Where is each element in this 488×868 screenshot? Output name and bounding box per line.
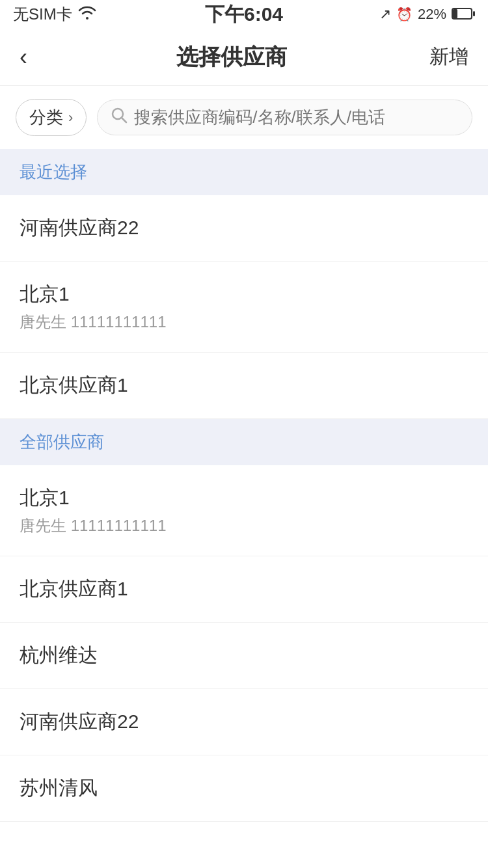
all-section-header: 全部供应商 (0, 419, 488, 465)
status-left: 无SIM卡 (13, 4, 97, 25)
item-name: 河南供应商22 (20, 215, 468, 241)
search-icon (111, 107, 128, 128)
filter-bar: 分类 › (0, 86, 488, 149)
nav-bar: ‹ 选择供应商 新增 (0, 29, 488, 86)
all-section-label: 全部供应商 (20, 432, 104, 452)
item-name: 北京供应商1 (20, 372, 468, 399)
nav-title: 选择供应商 (176, 42, 287, 72)
recent-items-list: 河南供应商22北京1唐先生 11111111111北京供应商1 (0, 195, 488, 419)
status-right: ↗ ⏰ 22% (379, 5, 475, 23)
item-name: 北京1 (20, 281, 468, 308)
status-bar: 无SIM卡 下午6:04 ↗ ⏰ 22% (0, 0, 488, 29)
item-sub: 唐先生 11111111111 (20, 312, 468, 332)
all-list-item[interactable]: 北京供应商1 (0, 556, 488, 623)
search-input[interactable] (134, 107, 459, 128)
item-sub: 唐先生 11111111111 (20, 515, 468, 536)
alarm-icon: ⏰ (396, 7, 413, 22)
all-list-item[interactable]: 苏州清风 (0, 755, 488, 822)
recent-section-label: 最近选择 (20, 162, 87, 182)
category-label: 分类 (29, 106, 63, 129)
battery-label: 22% (418, 6, 446, 23)
all-list-item[interactable]: 杭州维达 (0, 623, 488, 689)
recent-section-header: 最近选择 (0, 149, 488, 195)
recent-list-item[interactable]: 北京1唐先生 11111111111 (0, 262, 488, 353)
search-box[interactable] (97, 100, 472, 135)
back-button[interactable]: ‹ (13, 37, 34, 77)
category-button[interactable]: 分类 › (16, 99, 87, 136)
recent-list-item[interactable]: 北京供应商1 (0, 353, 488, 419)
all-list-item[interactable]: 北京1唐先生 11111111111 (0, 465, 488, 556)
item-name: 北京供应商1 (20, 576, 468, 603)
carrier-label: 无SIM卡 (13, 4, 72, 25)
item-name: 河南供应商22 (20, 709, 468, 735)
item-name: 杭州维达 (20, 642, 468, 669)
item-name: 苏州清风 (20, 775, 468, 802)
recent-list-item[interactable]: 河南供应商22 (0, 195, 488, 262)
wifi-icon (77, 5, 97, 23)
item-name: 北京1 (20, 485, 468, 511)
svg-rect-1 (453, 9, 457, 18)
battery-icon (452, 5, 475, 23)
new-action-button[interactable]: 新增 (429, 44, 468, 70)
status-time: 下午6:04 (205, 1, 283, 28)
chevron-right-icon: › (68, 109, 73, 126)
all-list-item[interactable]: 河南供应商22 (0, 689, 488, 755)
all-items-list: 北京1唐先生 11111111111北京供应商1杭州维达河南供应商22苏州清风 (0, 465, 488, 822)
svg-line-4 (122, 118, 126, 122)
location-icon: ↗ (379, 6, 391, 23)
svg-rect-2 (473, 11, 475, 16)
